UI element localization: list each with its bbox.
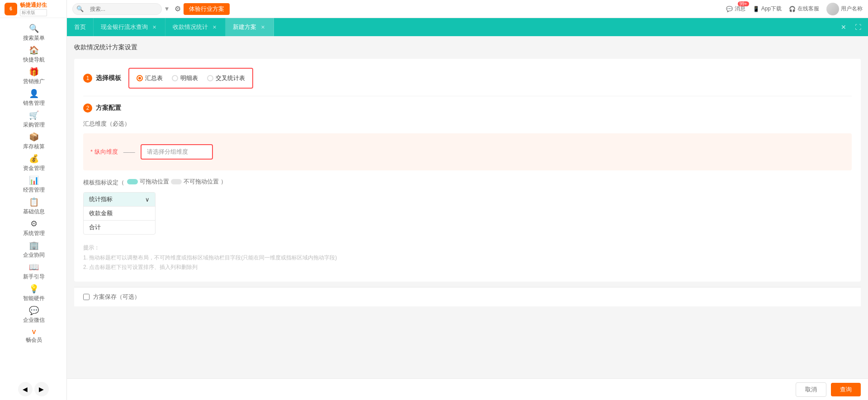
save-section: 方案保存（可选） [74, 287, 861, 306]
step2-badge: 2 [83, 104, 92, 113]
template-section: 汇总表 明细表 交叉统计表 [128, 68, 253, 89]
drag-legend: 可拖动位置 不可拖动位置 ） [127, 178, 226, 186]
tab-new-plan-label: 新建方案 [233, 23, 256, 31]
tab-bar-actions: ✕ ⛶ [838, 22, 868, 33]
sidebar-item-member[interactable]: V 畅会员 [0, 325, 66, 347]
tab-bank-flow-close[interactable]: ✕ [151, 24, 158, 31]
tab-maximize-btn[interactable]: ⛶ [853, 22, 863, 33]
sidebar-collapse-btn[interactable]: ◀ [18, 382, 33, 396]
dimension-select[interactable]: 请选择分组维度 [141, 144, 213, 160]
chevron-down-icon: ▼ [164, 5, 170, 12]
page-title: 收款情况统计方案设置 [74, 43, 861, 52]
header-dropdown-btn[interactable]: ▼ [162, 4, 172, 14]
settings-btn[interactable]: ⚙ [172, 3, 184, 15]
radio-summary[interactable]: 汇总表 [137, 74, 163, 82]
sidebar-item-enterprise-coop[interactable]: 🏢 企业协同 [0, 239, 66, 260]
sidebar-item-capital[interactable]: 💰 资金管理 [0, 152, 66, 174]
sidebar-bottom: ◀ ▶ [0, 378, 66, 400]
sidebar-item-smart-hardware[interactable]: 💡 智能硬件 [0, 282, 66, 304]
logo: 6 畅捷通好生 标准版 [0, 0, 67, 18]
logo-text: 畅捷通好生 [20, 1, 47, 9]
main-content: 收款情况统计方案设置 1 选择模板 汇总表 明细表 [67, 36, 868, 400]
cancel-button[interactable]: 取消 [796, 382, 826, 397]
step1-label: 选择模板 [96, 74, 121, 82]
sidebar-item-operations[interactable]: 📊 经营管理 [0, 174, 66, 195]
sidebar-item-new-guide[interactable]: 📖 新手引导 [0, 260, 66, 282]
sidebar-item-inventory[interactable]: 📦 库存核算 [0, 130, 66, 152]
sidebar-item-label: 新手引导 [23, 273, 45, 281]
tab-receipt-stats-label: 收款情况统计 [173, 23, 208, 31]
tab-close-all-btn[interactable]: ✕ [838, 22, 849, 33]
settings-icon: ⚙ [175, 5, 181, 13]
basic-info-icon: 📋 [29, 197, 39, 207]
service-label: 在线客服 [797, 5, 819, 13]
table-row: 收款金额 [84, 207, 155, 221]
sidebar-item-basic-info[interactable]: 📋 基础信息 [0, 195, 66, 217]
radio-group-template: 汇总表 明细表 交叉统计表 [137, 74, 245, 82]
sidebar-item-label: 企业协同 [23, 251, 45, 259]
sidebar-item-purchase[interactable]: 🛒 采购管理 [0, 108, 66, 130]
enterprise-wechat-icon: 💬 [29, 306, 39, 315]
divider [83, 96, 852, 96]
quick-nav-icon: 🏠 [29, 45, 39, 55]
tab-new-plan[interactable]: 新建方案 ✕ [226, 18, 274, 36]
online-service-btn[interactable]: 🎧 在线客服 [789, 5, 819, 13]
metrics-section: 模板指标设定（ 可拖动位置 不可拖动位置 ） 统计 [83, 178, 852, 273]
sidebar-item-enterprise-wechat[interactable]: 💬 企业微信 [0, 304, 66, 325]
radio-detail[interactable]: 明细表 [172, 74, 198, 82]
sidebar-item-label: 系统管理 [23, 230, 45, 237]
trial-btn[interactable]: 体验行业方案 [184, 3, 230, 15]
query-button[interactable]: 查询 [831, 383, 861, 396]
step1-row: 1 选择模板 汇总表 明细表 交叉统计表 [83, 68, 852, 89]
header-search-container[interactable]: 🔍 [72, 3, 162, 15]
user-info[interactable]: 用户名称 [826, 3, 863, 15]
step2-row: 2 方案配置 [83, 104, 852, 113]
sidebar-expand-btn[interactable]: ▶ [34, 382, 49, 396]
header-right: 💬 消息 99+ 📱 App下载 🎧 在线客服 用户名称 [726, 3, 863, 15]
member-icon: V [32, 329, 36, 335]
radio-summary-label: 汇总表 [145, 74, 163, 82]
config-section: 汇总维度（必选） * 纵向维度 —— 请选择分组维度 [83, 120, 852, 273]
radio-detail-circle [172, 75, 178, 81]
sidebar-item-marketing[interactable]: 🎁 营销推广 [0, 65, 66, 87]
settings-card: 1 选择模板 汇总表 明细表 交叉统计表 [74, 59, 861, 282]
sidebar-item-quick-nav[interactable]: 🏠 快捷导航 [0, 43, 66, 65]
marketing-icon: 🎁 [29, 67, 39, 77]
header-search-input[interactable] [85, 3, 158, 15]
stats-dropdown-btn[interactable]: ∨ [145, 196, 150, 203]
step1-badge: 1 [83, 74, 92, 83]
radio-cross[interactable]: 交叉统计表 [207, 74, 245, 82]
sidebar-item-label: 基础信息 [23, 208, 45, 216]
sidebar-item-label: 营销推广 [23, 78, 45, 85]
dimension-arrow: —— [123, 149, 135, 155]
tab-home[interactable]: 首页 [67, 18, 94, 36]
sidebar-item-label: 资金管理 [23, 165, 45, 172]
notification-btn[interactable]: 💬 消息 99+ [726, 5, 745, 13]
tip-line-1: 1. 拖动标题栏可以调整布局，不可跨维度或指标区域拖动栏目字段(只能在同一维度或… [83, 253, 852, 263]
sales-icon: 👤 [29, 89, 39, 99]
sidebar-item-label: 销售管理 [23, 99, 45, 107]
logo-icon: 6 [5, 3, 17, 15]
capital-icon: 💰 [29, 154, 39, 164]
operations-icon: 📊 [29, 175, 39, 185]
save-checkbox[interactable] [83, 294, 90, 300]
app-download-btn[interactable]: 📱 App下载 [753, 5, 782, 13]
tab-receipt-stats-close[interactable]: ✕ [211, 24, 218, 31]
tab-receipt-stats[interactable]: 收款情况统计 ✕ [165, 18, 226, 36]
tips-title: 提示： [83, 245, 99, 251]
metrics-header: 模板指标设定（ 可拖动位置 不可拖动位置 ） [83, 178, 852, 187]
logo-tag: 标准版 [20, 9, 47, 16]
tab-new-plan-close[interactable]: ✕ [259, 24, 266, 31]
tab-bank-flow-label: 现金银行流水查询 [101, 23, 148, 31]
system-icon: ⚙ [30, 219, 38, 229]
chevron-down-icon: ∨ [145, 196, 150, 203]
dimension-select-wrapper: 请选择分组维度 [141, 144, 213, 160]
sidebar-item-sales[interactable]: 👤 销售管理 [0, 87, 66, 108]
sidebar-item-label: 畅会员 [26, 336, 42, 344]
download-label: App下载 [761, 5, 782, 13]
sidebar-item-system[interactable]: ⚙ 系统管理 [0, 217, 66, 239]
tab-bank-flow[interactable]: 现金银行流水查询 ✕ [94, 18, 165, 36]
sidebar-item-search-menu[interactable]: 🔍 搜索菜单 [0, 22, 66, 43]
table-row: 合计 [84, 221, 155, 234]
sidebar: 6 畅捷通好生 标准版 🔍 搜索菜单 🏠 快捷导航 🎁 营销推广 👤 销售管理 … [0, 0, 67, 400]
